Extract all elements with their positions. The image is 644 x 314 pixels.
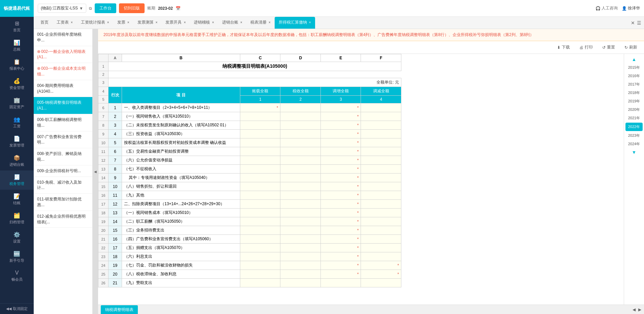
data-4-c4[interactable]: [361, 130, 401, 138]
data-17-c1[interactable]: [240, 244, 280, 252]
data-13-c1[interactable]: [240, 209, 280, 217]
data-18-c4[interactable]: [361, 252, 401, 261]
data-9-c2[interactable]: [280, 174, 321, 182]
tab-invoice-calc[interactable]: 发票测算 ×: [133, 17, 162, 29]
left-item-003[interactable]: ⊗003-一般企业成本支出明细...: [34, 63, 92, 80]
data-2-c4[interactable]: [361, 112, 401, 121]
data-10-c1[interactable]: [240, 182, 280, 191]
data-14-c2[interactable]: [280, 217, 321, 226]
data-15-c2[interactable]: [280, 226, 321, 235]
tab-close-invoice-calc[interactable]: ×: [156, 21, 158, 24]
tab-purchase-ledger[interactable]: 进销台账 ×: [218, 17, 246, 29]
sidebar-item-ledger[interactable]: 📊 总账: [0, 36, 34, 55]
tab-purchase-check[interactable]: 进销稽核 ×: [190, 17, 218, 29]
data-15-c4[interactable]: [361, 226, 401, 235]
data-3-c3[interactable]: *: [320, 121, 361, 130]
data-18-c1[interactable]: [240, 252, 280, 261]
unpin-button[interactable]: ◀◀ 取消固定: [0, 303, 34, 314]
data-8-c4[interactable]: [361, 165, 401, 174]
year-down-button[interactable]: ▼: [631, 148, 638, 156]
data-9-c1[interactable]: [240, 174, 280, 182]
data-1-c2[interactable]: [280, 103, 321, 112]
data-7-c1[interactable]: [240, 156, 280, 165]
bottom-scroll-right[interactable]: ▶: [638, 307, 641, 312]
data-16-c3[interactable]: *: [320, 235, 361, 244]
year-2020[interactable]: 2020年: [624, 105, 644, 114]
data-13-c2[interactable]: [280, 209, 321, 217]
data-16-c4[interactable]: [361, 235, 401, 244]
data-2-c3[interactable]: *: [320, 112, 361, 121]
data-5-c1[interactable]: [240, 138, 280, 147]
data-13-c3[interactable]: *: [320, 209, 361, 217]
bottom-scroll-left[interactable]: ◀: [633, 307, 636, 312]
year-2017[interactable]: 2017年: [624, 80, 644, 89]
tab-close-invoice-open[interactable]: ×: [184, 21, 186, 24]
sidebar-item-home[interactable]: ⊞ 首页: [0, 17, 34, 36]
data-20-c4[interactable]: *: [361, 270, 401, 279]
data-5-c2[interactable]: [280, 138, 321, 147]
tab-close-salary[interactable]: ×: [71, 21, 73, 24]
left-item-010[interactable]: 010-免税、减计收入及加计...: [34, 177, 92, 194]
sidebar-item-assets[interactable]: 🏢 固定资产: [0, 94, 34, 113]
print-button[interactable]: 🖨 打印: [577, 43, 595, 52]
data-18-c3[interactable]: *: [320, 252, 361, 261]
data-5-c4[interactable]: [361, 138, 401, 147]
data-4-c2[interactable]: [280, 130, 321, 138]
data-9-c3[interactable]: *: [320, 174, 361, 182]
year-2015[interactable]: 2015年: [624, 63, 644, 72]
data-1-c4[interactable]: [361, 103, 401, 112]
data-9-c4[interactable]: [361, 174, 401, 182]
sidebar-item-close[interactable]: 📝 结账: [0, 190, 34, 209]
consult-button[interactable]: 🎧 人工咨询: [595, 5, 618, 11]
data-6-c1[interactable]: [240, 147, 280, 156]
reset-button[interactable]: ↺ 重置: [600, 43, 618, 52]
refresh-button[interactable]: ↻ 刷新: [622, 43, 640, 52]
data-12-c2[interactable]: [280, 200, 321, 209]
data-12-c4[interactable]: [361, 200, 401, 209]
data-21-c2[interactable]: [280, 279, 321, 287]
year-2019[interactable]: 2019年: [624, 97, 644, 105]
data-10-c4[interactable]: [361, 182, 401, 191]
year-2016[interactable]: 2016年: [624, 72, 644, 80]
data-8-c2[interactable]: [280, 165, 321, 174]
tab-invoice[interactable]: 发票 ×: [113, 17, 133, 29]
tab-close-purchase-check[interactable]: ×: [212, 21, 214, 24]
left-item-012[interactable]: 012-减免企业所得税优惠明细表(...: [34, 211, 92, 228]
year-2023[interactable]: 2023年: [624, 131, 644, 140]
calendar-icon[interactable]: 📅: [176, 6, 181, 11]
data-4-c3[interactable]: *: [320, 130, 361, 138]
tab-close-tax-table[interactable]: ×: [269, 21, 271, 24]
left-item-009[interactable]: 009-企业所得税补亏明...: [34, 165, 92, 177]
sidebar-item-finance[interactable]: 💰 资金管理: [0, 74, 34, 94]
download-button[interactable]: ⬇ 下载: [554, 43, 573, 52]
data-19-c4[interactable]: *: [361, 261, 401, 270]
data-7-c4[interactable]: [361, 156, 401, 165]
left-item-005[interactable]: 005-纳税调整项目明细表(A1...: [34, 97, 92, 114]
tab-invoice-open[interactable]: 发票开具 ×: [161, 17, 190, 29]
data-14-c1[interactable]: [240, 217, 280, 226]
data-3-c2[interactable]: [280, 121, 321, 130]
sidebar-item-reports[interactable]: 📋 报表中心: [0, 55, 34, 74]
data-17-c4[interactable]: [361, 244, 401, 252]
sidebar-item-tax[interactable]: 🧾 税务管理: [0, 170, 34, 190]
tab-income-tax[interactable]: 所得税汇算缴纳 ×: [275, 17, 315, 29]
left-item-002[interactable]: ⊗002-一般企业收入明细表(A1...: [34, 46, 92, 63]
data-10-c2[interactable]: [280, 182, 321, 191]
sidebar-item-archive[interactable]: 🗂️ 归档管理: [0, 209, 34, 228]
data-20-c1[interactable]: [240, 270, 280, 279]
tab-close-purchase-ledger[interactable]: ×: [240, 21, 242, 24]
tab-tax-table[interactable]: 税表清册 ×: [246, 17, 275, 29]
sidebar-item-guide[interactable]: 🆕 新手引导: [0, 247, 34, 266]
close-tab-icon[interactable]: ✕: [631, 20, 635, 26]
left-item-006[interactable]: 006-职工薪酬纳税调整明细...: [34, 114, 92, 131]
data-21-c1[interactable]: [240, 279, 280, 287]
data-11-c3[interactable]: *: [320, 191, 361, 200]
year-2024[interactable]: 2024年: [624, 140, 644, 148]
data-20-c3[interactable]: *: [320, 270, 361, 279]
left-item-001[interactable]: 001-企业所得税年度纳税申...: [34, 29, 92, 46]
data-14-c4[interactable]: [361, 217, 401, 226]
data-3-c4[interactable]: [361, 121, 401, 130]
data-19-c1[interactable]: [240, 261, 280, 270]
data-19-c2[interactable]: [280, 261, 321, 270]
data-6-c4[interactable]: [361, 147, 401, 156]
